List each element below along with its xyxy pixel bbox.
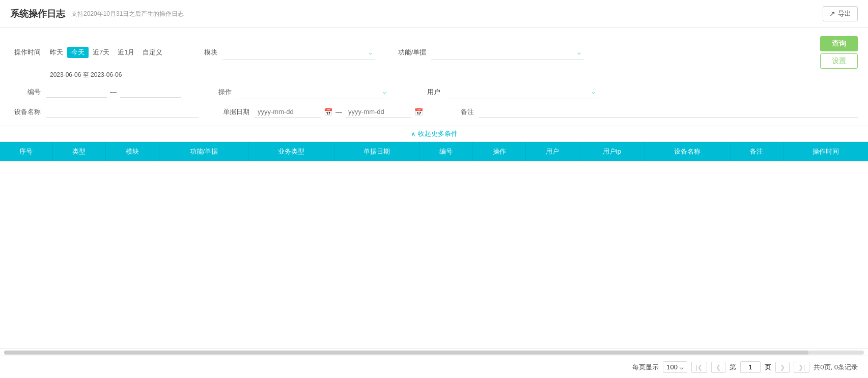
table-container: 序号 类型 模块 功能/单据 业务类型 单据日期 编号 操作 用户 用户ip 设… [0,142,868,348]
function-select[interactable]: ⌵ [431,45,584,60]
user-label: 用户 [410,88,445,97]
number-filter-col: 编号 — [10,86,181,98]
remark-filter-col: 备注 [443,106,858,118]
export-icon: ↗ [829,10,835,18]
user-chevron-icon: ⌵ [592,88,595,95]
time-btn-1month[interactable]: 近1月 [114,47,138,58]
function-filter-col: 功能/单据 ⌵ [396,45,584,60]
time-btn-custom[interactable]: 自定义 [138,47,166,58]
collapse-button[interactable]: ∧ 收起更多条件 [411,129,458,138]
module-label: 模块 [187,48,222,57]
remark-label: 备注 [443,107,479,117]
date-dash: — [335,108,342,116]
col-optime: 操作时间 [783,142,868,161]
user-filter-col: 用户 ⌵ [410,84,598,99]
first-page-button[interactable]: |❮ [691,362,707,373]
page-size-select[interactable]: 100 ⌵ [663,361,687,373]
user-select-text [449,86,592,97]
col-biztype: 业务类型 [249,142,334,161]
calendar-icon-to[interactable]: 📅 [414,108,423,116]
date-input-to[interactable] [345,106,411,118]
number-input-to[interactable] [120,86,181,98]
col-remark: 备注 [730,142,783,161]
action-buttons: 查询 设置 [820,36,858,69]
collapse-up-icon: ∧ [411,130,416,138]
page-size-value: 100 [666,363,678,371]
time-label: 操作时间 [10,48,46,57]
date-range: 📅 — 📅 [255,106,423,118]
page-header: 系统操作日志 支持2020年10月31日之后产生的操作日志 ↗ 导出 [0,0,868,28]
date-input-from[interactable] [255,106,321,118]
query-button[interactable]: 查询 [820,36,858,51]
remark-input[interactable] [479,106,858,118]
number-range: — [46,86,181,98]
operation-select[interactable]: ⌵ [237,84,389,99]
page-suffix: 页 [765,363,771,372]
page-subtitle: 支持2020年10月31日之后产生的操作日志 [71,10,184,18]
col-userip: 用户ip [579,142,645,161]
scrollbar-track[interactable] [4,351,864,355]
page-title: 系统操作日志 [10,8,65,20]
operation-filter-col: 操作 ⌵ [201,84,389,99]
page-container: 系统操作日志 支持2020年10月31日之后产生的操作日志 ↗ 导出 操作时间 … [0,0,868,378]
collapse-label: 收起更多条件 [418,129,458,138]
last-page-button[interactable]: ❯| [794,362,809,373]
time-btn-yesterday[interactable]: 昨天 [46,47,67,58]
scrollbar-thumb[interactable] [4,351,808,355]
user-select[interactable]: ⌵ [445,84,598,99]
col-function: 功能/单据 [159,142,248,161]
col-user: 用户 [526,142,579,161]
module-select-text [226,47,369,58]
function-select-text [434,47,577,58]
col-module: 模块 [106,142,159,161]
page-input[interactable] [740,361,761,373]
filter-row-1: 操作时间 昨天 今天 近7天 近1月 自定义 模块 ⌵ 功能/单据 [10,36,858,69]
col-number: 编号 [419,142,472,161]
col-index: 序号 [0,142,52,161]
page-label: 第 [730,363,736,372]
pagination: 每页显示 100 ⌵ |❮ ❮ 第 页 ❯ ❯| 共0页, 0条记录 [0,356,868,378]
device-filter-col: 设备名称 [10,106,199,118]
scrollbar-area[interactable] [0,348,868,356]
date-label: 单据日期 [219,107,255,117]
data-table: 序号 类型 模块 功能/单据 业务类型 单据日期 编号 操作 用户 用户ip 设… [0,142,868,161]
module-filter-col: 模块 ⌵ [187,45,375,60]
col-date: 单据日期 [334,142,419,161]
filter-row-2: 编号 — 操作 ⌵ 用户 ⌵ [10,84,858,99]
table-header: 序号 类型 模块 功能/单据 业务类型 单据日期 编号 操作 用户 用户ip 设… [0,142,868,161]
module-chevron-icon: ⌵ [369,49,372,56]
prev-page-button[interactable]: ❮ [711,362,725,373]
export-label: 导出 [838,9,851,18]
next-page-button[interactable]: ❯ [775,362,790,373]
collapse-row: ∧ 收起更多条件 [0,126,868,142]
number-dash: — [110,88,117,96]
filter-row-3: 设备名称 单据日期 📅 — 📅 备注 [10,106,858,118]
date-filter-col: 单据日期 📅 — 📅 [219,106,423,118]
time-btn-today[interactable]: 今天 [67,47,89,58]
col-device: 设备名称 [645,142,730,161]
operation-label: 操作 [201,88,237,97]
operation-chevron-icon: ⌵ [383,88,386,95]
number-label: 编号 [10,88,46,97]
device-input[interactable] [46,106,199,118]
function-chevron-icon: ⌵ [577,49,581,56]
col-operation: 操作 [472,142,525,161]
setting-button[interactable]: 设置 [820,53,858,69]
col-type: 类型 [52,142,105,161]
filter-area: 操作时间 昨天 今天 近7天 近1月 自定义 模块 ⌵ 功能/单据 [0,28,868,126]
total-info: 共0页, 0条记录 [814,363,858,372]
per-page-label: 每页显示 [632,363,659,372]
calendar-icon-from[interactable]: 📅 [324,108,332,116]
empty-area [0,161,868,339]
device-label: 设备名称 [10,107,46,117]
number-input-from[interactable] [46,86,107,98]
table-header-row: 序号 类型 模块 功能/单据 业务类型 单据日期 编号 操作 用户 用户ip 设… [0,142,868,161]
function-label: 功能/单据 [396,48,431,57]
time-filter-col: 操作时间 昨天 今天 近7天 近1月 自定义 [10,47,166,58]
page-size-arrow: ⌵ [680,363,684,371]
time-btn-7days[interactable]: 近7天 [89,47,114,58]
export-button[interactable]: ↗ 导出 [823,6,858,21]
operation-select-text [240,86,383,97]
module-select[interactable]: ⌵ [222,45,375,60]
time-filter-group: 昨天 今天 近7天 近1月 自定义 [46,47,166,58]
